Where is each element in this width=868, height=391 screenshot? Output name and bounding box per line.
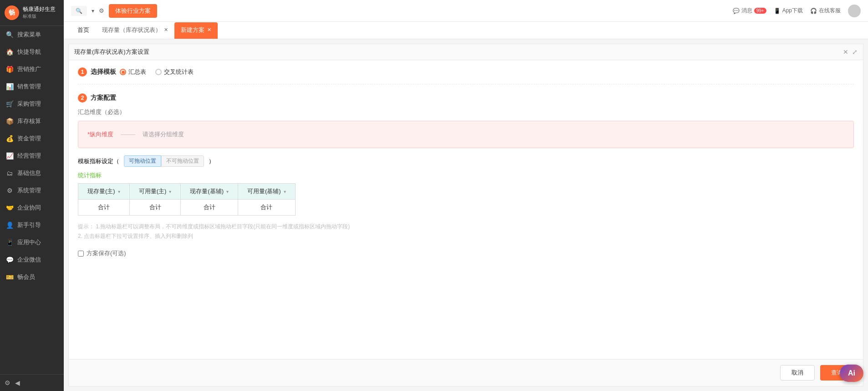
sidebar-item-marketing[interactable]: 🎁 营销推广 bbox=[0, 61, 64, 78]
cancel-button[interactable]: 取消 bbox=[780, 365, 815, 381]
col-name-1: 可用量(主) bbox=[139, 187, 167, 196]
template-radio-group: 汇总表 交叉统计表 bbox=[120, 68, 194, 76]
step2-block: 2 方案配置 汇总维度（必选） *纵向维度 —— 请选择分组维度 模板指标设定（… bbox=[78, 93, 854, 240]
hint-item-0: 提示： 1.拖动标题栏可以调整布局，不可跨维度或指标区域拖动栏目字段(只能在同一… bbox=[78, 223, 854, 231]
sidebar-item-label: 基础信息 bbox=[17, 169, 41, 177]
topbar-search[interactable]: 🔍 bbox=[71, 6, 87, 16]
save-plan-checkbox[interactable] bbox=[78, 251, 84, 257]
sidebar-item-appcenter[interactable]: 📱 应用中心 bbox=[0, 234, 64, 251]
user-avatar[interactable] bbox=[848, 5, 861, 17]
stats-cell-0: 合计 bbox=[78, 200, 130, 216]
sidebar-item-label: 营销推广 bbox=[17, 65, 41, 73]
sidebar: 畅 畅康通好生意 标准版 🔍 搜索菜单 🏠 快捷导航 🎁 营销推广 📊 销售管理… bbox=[0, 0, 64, 391]
operations-icon: 📈 bbox=[5, 152, 14, 160]
sidebar-item-label: 库存核算 bbox=[17, 117, 41, 125]
step2-header: 2 方案配置 bbox=[78, 93, 854, 103]
sidebar-item-basicinfo[interactable]: 🗂 基础信息 bbox=[0, 165, 64, 182]
sidebar-item-quicknav[interactable]: 🏠 快捷导航 bbox=[0, 43, 64, 61]
tab-inventory-close[interactable]: ✕ bbox=[164, 27, 168, 33]
save-plan-label: 方案保存(可选) bbox=[87, 249, 126, 257]
sidebar-item-operations[interactable]: 📈 经营管理 bbox=[0, 147, 64, 165]
sidebar-item-purchase[interactable]: 🛒 采购管理 bbox=[0, 95, 64, 113]
message-item[interactable]: 💬 消息 99+ bbox=[733, 7, 766, 15]
sidebar-item-label: 经营管理 bbox=[17, 152, 41, 160]
radio-summary[interactable]: 汇总表 bbox=[120, 68, 146, 76]
stats-table-header-row: 现存量(主) ▾ 可用量(主) ▾ bbox=[78, 184, 296, 200]
online-service-item[interactable]: 🎧 在线客服 bbox=[810, 7, 841, 15]
col-name-0: 现存量(主) bbox=[87, 187, 115, 196]
stats-section: 统计指标 现存量(主) ▾ bbox=[78, 171, 854, 216]
topbar-left: 🔍 ▾ ⚙ 体验行业方案 bbox=[71, 4, 157, 18]
topbar-dropdown[interactable]: ▾ bbox=[92, 8, 94, 14]
tab-new-plan-close[interactable]: ✕ bbox=[207, 27, 211, 33]
dropdown-icon: ▾ bbox=[92, 8, 94, 14]
indicator-label-row: 模板指标设定（ 可拖动位置 不可拖动位置 ） bbox=[78, 155, 854, 167]
stats-table-data-row: 合计 合计 合计 合计 bbox=[78, 200, 296, 216]
phone-icon: 📱 bbox=[774, 8, 781, 14]
radio-cross[interactable]: 交叉统计表 bbox=[155, 68, 194, 76]
message-icon: 💬 bbox=[733, 8, 740, 14]
sidebar-item-search[interactable]: 🔍 搜索菜单 bbox=[0, 26, 64, 43]
stats-col-header-2[interactable]: 现存量(基辅) ▾ bbox=[181, 184, 238, 200]
sidebar-item-label: 应用中心 bbox=[17, 238, 41, 247]
radio-summary-label: 汇总表 bbox=[128, 68, 146, 76]
stats-col-header-3[interactable]: 可用量(基辅) ▾ bbox=[238, 184, 296, 200]
system-icon: ⚙ bbox=[5, 186, 14, 195]
sidebar-item-member[interactable]: 🎫 畅会员 bbox=[0, 268, 64, 286]
logo-icon: 畅 bbox=[5, 5, 19, 20]
topbar-right: 💬 消息 99+ 📱 App下载 🎧 在线客服 bbox=[733, 5, 861, 17]
tab-new-plan-label: 新建方案 bbox=[181, 26, 204, 34]
sidebar-item-wechat[interactable]: 💬 企业微信 bbox=[0, 251, 64, 268]
hint-item-1: 2. 点击标题栏下拉可设置排序、插入列和删除列 bbox=[78, 232, 854, 240]
panel-close-btn[interactable]: ✕ bbox=[843, 48, 848, 56]
col-chevron-3: ▾ bbox=[284, 189, 286, 194]
ai-float-button[interactable]: Ai bbox=[840, 365, 863, 382]
sidebar-item-label: 销售管理 bbox=[17, 82, 41, 91]
purchase-icon: 🛒 bbox=[5, 100, 14, 108]
indicator-label-text: 模板指标设定（ bbox=[78, 157, 119, 165]
sidebar-item-system[interactable]: ⚙ 系统管理 bbox=[0, 182, 64, 199]
sidebar-item-label: 企业协同 bbox=[17, 204, 41, 212]
sidebar-item-label: 企业微信 bbox=[17, 256, 41, 264]
enterprise-icon: 🤝 bbox=[5, 204, 14, 212]
app-download-item[interactable]: 📱 App下载 bbox=[774, 7, 803, 15]
sidebar-item-label: 畅会员 bbox=[17, 273, 35, 281]
topbar-settings-icon[interactable]: ⚙ bbox=[99, 7, 104, 14]
topbar: 🔍 ▾ ⚙ 体验行业方案 💬 消息 99+ 📱 App下载 🎧 在线客服 bbox=[64, 0, 868, 22]
step1-divider bbox=[78, 84, 854, 84]
radio-summary-circle bbox=[120, 69, 126, 75]
dimension-area[interactable]: *纵向维度 —— 请选择分组维度 bbox=[78, 121, 854, 148]
toggle-movable[interactable]: 可拖动位置 bbox=[124, 155, 161, 167]
sidebar-item-enterprise[interactable]: 🤝 企业协同 bbox=[0, 199, 64, 216]
hint-area: 提示： 1.拖动标题栏可以调整布局，不可跨维度或指标区域拖动栏目字段(只能在同一… bbox=[78, 223, 854, 240]
tab-home[interactable]: 首页 bbox=[71, 22, 96, 39]
panel-header: 现存量(库存状况表)方案设置 ✕ ⤢ bbox=[69, 44, 863, 60]
save-plan-checkbox-row: 方案保存(可选) bbox=[78, 249, 854, 257]
toggle-immovable[interactable]: 不可拖动位置 bbox=[161, 155, 204, 167]
stats-cell-1: 合计 bbox=[129, 200, 181, 216]
sidebar-item-sales[interactable]: 📊 销售管理 bbox=[0, 78, 64, 95]
sidebar-item-finance[interactable]: 💰 资金管理 bbox=[0, 130, 64, 147]
col-name-2: 现存量(基辅) bbox=[190, 187, 224, 196]
stats-col-header-1[interactable]: 可用量(主) ▾ bbox=[129, 184, 181, 200]
search-icon: 🔍 bbox=[76, 8, 82, 14]
panel-window: 现存量(库存状况表)方案设置 ✕ ⤢ 1 选择模板 汇总表 bbox=[68, 44, 863, 386]
sidebar-item-label: 快捷导航 bbox=[17, 48, 41, 56]
tab-new-plan[interactable]: 新建方案 ✕ bbox=[174, 22, 218, 39]
dimension-required: *纵向维度 bbox=[87, 130, 113, 139]
collapse-icon[interactable]: ◀ bbox=[15, 379, 20, 386]
radio-cross-label: 交叉统计表 bbox=[164, 68, 194, 76]
stats-table: 现存量(主) ▾ 可用量(主) ▾ bbox=[78, 183, 296, 216]
trial-button[interactable]: 体验行业方案 bbox=[109, 4, 157, 18]
tab-inventory-status[interactable]: 现存量（库存状况表） ✕ bbox=[96, 22, 174, 39]
panel-expand-btn[interactable]: ⤢ bbox=[852, 48, 858, 56]
sidebar-item-newuser[interactable]: 👤 新手引导 bbox=[0, 216, 64, 234]
stats-label: 统计指标 bbox=[78, 171, 854, 180]
sidebar-item-inventory[interactable]: 📦 库存核算 bbox=[0, 113, 64, 130]
step2-num: 2 bbox=[78, 93, 87, 103]
stats-cell-2: 合计 bbox=[181, 200, 238, 216]
sidebar-item-label: 新手引导 bbox=[17, 221, 41, 229]
stats-col-header-0[interactable]: 现存量(主) ▾ bbox=[78, 184, 130, 200]
settings-bottom-icon[interactable]: ⚙ bbox=[5, 379, 10, 386]
sidebar-logo: 畅 畅康通好生意 标准版 bbox=[0, 0, 64, 26]
